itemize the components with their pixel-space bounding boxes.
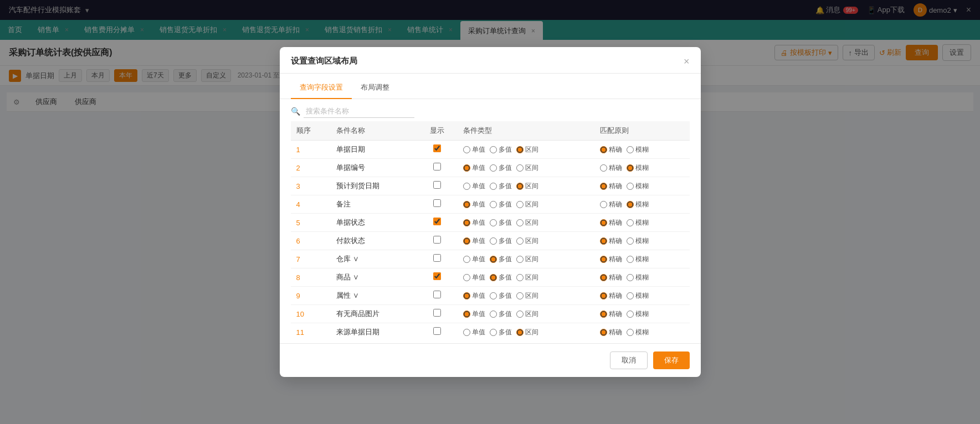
- seq-cell: 9: [291, 287, 331, 305]
- seq-number: 1: [296, 146, 300, 154]
- type-range-option[interactable]: 区间: [516, 182, 538, 191]
- type-multi-option[interactable]: 多值: [490, 145, 512, 154]
- show-cell: [417, 141, 458, 156]
- match-exact-option[interactable]: 精确: [600, 236, 622, 246]
- match-fuzzy-option[interactable]: 模糊: [627, 273, 649, 282]
- th-name: 条件名称: [331, 121, 417, 141]
- show-checkbox[interactable]: [433, 309, 441, 317]
- match-fuzzy-option[interactable]: 模糊: [627, 200, 649, 209]
- match-exact-option[interactable]: 精确: [600, 273, 622, 282]
- type-single-option[interactable]: 单值: [463, 291, 485, 301]
- show-checkbox[interactable]: [433, 291, 441, 298]
- seq-number: 3: [296, 182, 300, 190]
- show-checkbox[interactable]: [433, 272, 441, 280]
- match-exact-option[interactable]: 精确: [600, 291, 622, 301]
- type-cell: 单值多值区间: [458, 159, 594, 177]
- type-multi-option[interactable]: 多值: [490, 163, 512, 173]
- match-exact-option[interactable]: 精确: [600, 328, 622, 337]
- match-exact-option[interactable]: 精确: [600, 145, 622, 154]
- match-fuzzy-option[interactable]: 模糊: [627, 163, 649, 173]
- type-multi-option[interactable]: 多值: [490, 328, 512, 337]
- table-row: 2单据编号单值多值区间精确模糊: [291, 159, 690, 177]
- type-range-option[interactable]: 区间: [516, 218, 538, 227]
- match-fuzzy-option[interactable]: 模糊: [627, 145, 649, 154]
- seq-number: 7: [296, 255, 300, 263]
- show-checkbox[interactable]: [433, 218, 441, 225]
- seq-cell: 7: [291, 250, 331, 268]
- type-range-option[interactable]: 区间: [516, 145, 538, 154]
- type-multi-option[interactable]: 多值: [490, 200, 512, 209]
- seq-cell: 3: [291, 177, 331, 195]
- type-multi-option[interactable]: 多值: [490, 291, 512, 301]
- modal-close-button[interactable]: ×: [684, 56, 690, 66]
- show-checkbox[interactable]: [433, 254, 441, 262]
- type-multi-option[interactable]: 多值: [490, 309, 512, 319]
- show-cell: [417, 287, 458, 302]
- match-fuzzy-option[interactable]: 模糊: [627, 255, 649, 264]
- type-range-option[interactable]: 区间: [516, 163, 538, 173]
- modal-title: 设置查询区域布局: [291, 56, 357, 66]
- type-single-option[interactable]: 单值: [463, 218, 485, 227]
- type-multi-option[interactable]: 多值: [490, 218, 512, 227]
- type-multi-option[interactable]: 多值: [490, 182, 512, 191]
- type-single-option[interactable]: 单值: [463, 309, 485, 319]
- match-fuzzy-option[interactable]: 模糊: [627, 309, 649, 319]
- show-checkbox[interactable]: [433, 236, 441, 244]
- type-single-option[interactable]: 单值: [463, 273, 485, 282]
- match-exact-option[interactable]: 精确: [600, 163, 622, 173]
- show-checkbox[interactable]: [433, 163, 441, 170]
- type-multi-option[interactable]: 多值: [490, 255, 512, 264]
- show-checkbox[interactable]: [433, 327, 441, 335]
- modal-tab-query-fields[interactable]: 查询字段设置: [291, 79, 352, 99]
- name-cell: 有无商品图片: [331, 305, 417, 323]
- type-range-option[interactable]: 区间: [516, 200, 538, 209]
- seq-number: 9: [296, 292, 300, 300]
- show-cell: [417, 159, 458, 174]
- type-single-option[interactable]: 单值: [463, 200, 485, 209]
- show-cell: [417, 250, 458, 266]
- match-fuzzy-option[interactable]: 模糊: [627, 182, 649, 191]
- table-row: 11来源单据日期单值多值区间精确模糊: [291, 323, 690, 342]
- match-exact-option[interactable]: 精确: [600, 255, 622, 264]
- modal-header: 设置查询区域布局 ×: [280, 47, 701, 74]
- match-exact-option[interactable]: 精确: [600, 309, 622, 319]
- type-single-option[interactable]: 单值: [463, 182, 485, 191]
- save-button[interactable]: 保存: [653, 351, 690, 369]
- type-single-option[interactable]: 单值: [463, 163, 485, 173]
- type-range-option[interactable]: 区间: [516, 309, 538, 319]
- th-type: 条件类型: [458, 121, 594, 141]
- cancel-button[interactable]: 取消: [610, 351, 648, 369]
- type-single-option[interactable]: 单值: [463, 255, 485, 264]
- show-checkbox[interactable]: [433, 144, 441, 152]
- match-fuzzy-option[interactable]: 模糊: [627, 218, 649, 227]
- show-checkbox[interactable]: [433, 181, 441, 189]
- type-cell: 单值多值区间: [458, 141, 594, 159]
- type-single-option[interactable]: 单值: [463, 328, 485, 337]
- type-range-option[interactable]: 区间: [516, 255, 538, 264]
- type-single-option[interactable]: 单值: [463, 145, 485, 154]
- table-row: 4备注单值多值区间精确模糊: [291, 195, 690, 214]
- match-exact-option[interactable]: 精确: [600, 200, 622, 209]
- type-range-option[interactable]: 区间: [516, 328, 538, 337]
- match-cell: 精确模糊: [594, 214, 689, 232]
- match-fuzzy-option[interactable]: 模糊: [627, 291, 649, 301]
- seq-number: 5: [296, 219, 300, 227]
- seq-cell: 2: [291, 159, 331, 177]
- name-cell: 单据状态: [331, 214, 417, 232]
- modal-tab-layout[interactable]: 布局调整: [352, 79, 398, 99]
- match-fuzzy-option[interactable]: 模糊: [627, 328, 649, 337]
- type-multi-option[interactable]: 多值: [490, 273, 512, 282]
- type-cell: 单值多值区间: [458, 250, 594, 268]
- type-single-option[interactable]: 单值: [463, 236, 485, 246]
- type-multi-option[interactable]: 多值: [490, 236, 512, 246]
- show-checkbox[interactable]: [433, 199, 441, 207]
- match-cell: 精确模糊: [594, 195, 689, 214]
- type-cell: 单值多值区间: [458, 214, 594, 232]
- type-range-option[interactable]: 区间: [516, 273, 538, 282]
- type-range-option[interactable]: 区间: [516, 291, 538, 301]
- search-input[interactable]: [304, 105, 414, 118]
- type-range-option[interactable]: 区间: [516, 236, 538, 246]
- match-fuzzy-option[interactable]: 模糊: [627, 236, 649, 246]
- match-exact-option[interactable]: 精确: [600, 218, 622, 227]
- match-exact-option[interactable]: 精确: [600, 182, 622, 191]
